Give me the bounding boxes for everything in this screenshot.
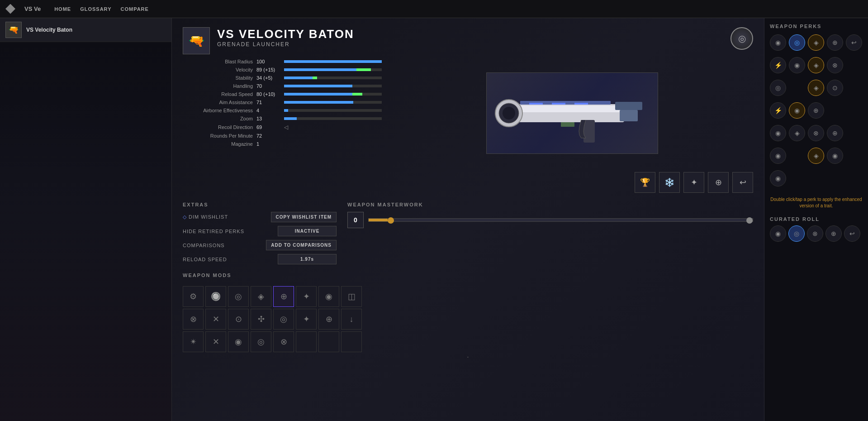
perk-4-2[interactable]: ◉ xyxy=(789,102,805,119)
masterwork-slider[interactable] xyxy=(368,218,753,222)
tracker-icon-hook[interactable]: ↩ xyxy=(732,172,753,193)
top-nav: VS Ve HOME GLOSSARY COMPARE xyxy=(0,0,868,18)
sidebar-background xyxy=(0,42,171,421)
perk-2-1[interactable]: ⚡ xyxy=(770,57,786,73)
perk-6-4[interactable]: ◉ xyxy=(827,148,843,164)
perk-1-5[interactable]: ↩ xyxy=(846,34,862,51)
stat-value-area: 4 xyxy=(256,108,382,113)
stat-label: Stability xyxy=(183,75,253,81)
recoil-arrow-icon: ◁ xyxy=(284,124,288,130)
perk-3-3[interactable]: ◈ xyxy=(808,80,824,96)
mod-slot-15[interactable]: ⊕ xyxy=(318,309,339,330)
svg-rect-6 xyxy=(620,110,638,121)
perk-3-1[interactable]: ◎ xyxy=(770,80,786,96)
mod-slot-24[interactable] xyxy=(341,331,362,352)
curated-perk-3[interactable]: ⊗ xyxy=(807,225,823,242)
stat-value-area: 70 xyxy=(256,83,382,89)
stat-num: 34 (+5) xyxy=(256,75,281,81)
mod-slot-10[interactable]: ✕ xyxy=(205,309,226,330)
mod-slot-11[interactable]: ⊙ xyxy=(228,309,249,330)
mod-slot-14[interactable]: ✦ xyxy=(296,309,317,330)
stat-bar xyxy=(284,93,382,96)
perk-1-3[interactable]: ◈ xyxy=(808,34,824,51)
app-logo[interactable] xyxy=(5,4,15,14)
sidebar-weapon-item[interactable]: 🔫 VS Velocity Baton xyxy=(0,18,171,42)
tracker-icon-crosshair[interactable]: ⊕ xyxy=(708,172,729,193)
stat-recoil: Recoil Direction 69 ◁ xyxy=(183,124,382,130)
mod-slot-8[interactable]: ◫ xyxy=(341,286,362,307)
tracker-icon-star[interactable]: ✦ xyxy=(683,172,704,193)
stat-label: Aim Assistance xyxy=(183,100,253,105)
perk-6-1[interactable]: ◉ xyxy=(770,148,786,164)
weapon-name: VS VELOCITY BATON xyxy=(217,27,723,41)
perk-5-1[interactable]: ◉ xyxy=(770,125,786,141)
perk-6-3[interactable]: ◈ xyxy=(808,148,824,164)
dot-indicator: • xyxy=(172,352,764,362)
weapon-area: Blast Radius 100 Velocity 89 (+15) xyxy=(172,59,764,167)
mod-slot-20[interactable]: ◎ xyxy=(251,331,271,352)
perk-7-1[interactable]: ◉ xyxy=(770,170,786,187)
mod-slot-17[interactable]: ✴ xyxy=(183,331,204,352)
stat-value-area: 100 xyxy=(256,59,382,64)
curated-perk-1[interactable]: ◉ xyxy=(770,225,786,242)
reload-speed-button[interactable]: 1.97s xyxy=(278,254,337,264)
tracker-icon-snowflake[interactable]: ❄️ xyxy=(659,172,680,193)
masterwork-level: 0 xyxy=(347,212,364,228)
perk-5-2[interactable]: ◈ xyxy=(789,125,805,141)
perk-1-1[interactable]: ◉ xyxy=(770,34,786,51)
mod-slot-2[interactable]: 🔘 xyxy=(205,286,226,307)
perk-4-3[interactable]: ⊕ xyxy=(808,102,824,119)
perk-3-4[interactable]: ⊙ xyxy=(827,80,843,96)
stat-blast-radius: Blast Radius 100 xyxy=(183,59,382,64)
weapon-type: GRENADE LAUNCHER xyxy=(217,41,723,48)
copy-wishlist-button[interactable]: COPY WISHLIST ITEM xyxy=(271,212,337,222)
perk-4-1[interactable]: ⚡ xyxy=(770,102,786,119)
tracker-row: 🏆 ❄️ ✦ ⊕ ↩ xyxy=(172,167,764,197)
mod-slot-13[interactable]: ◎ xyxy=(273,309,294,330)
mod-slot-22[interactable] xyxy=(296,331,317,352)
masterwork-thumb xyxy=(388,217,394,224)
nav-home[interactable]: HOME xyxy=(54,6,71,12)
extras-row-retired: HIDE RETIRED PERKS INACTIVE xyxy=(183,226,337,236)
mod-slot-19[interactable]: ◉ xyxy=(228,331,249,352)
mod-slot-6[interactable]: ✦ xyxy=(296,286,317,307)
mod-slot-12[interactable]: ✣ xyxy=(251,309,271,330)
nav-compare[interactable]: COMPARE xyxy=(120,6,148,12)
curated-perk-5[interactable]: ↩ xyxy=(844,225,860,242)
mod-slot-18[interactable]: ✕ xyxy=(205,331,226,352)
svg-rect-9 xyxy=(552,103,565,105)
perk-2-2[interactable]: ◉ xyxy=(789,57,805,73)
curated-perk-4[interactable]: ⊕ xyxy=(825,225,842,242)
mod-slot-23[interactable] xyxy=(318,331,339,352)
stat-num: 69 xyxy=(256,124,281,130)
nav-links: HOME GLOSSARY COMPARE xyxy=(54,6,149,12)
stat-label: Velocity xyxy=(183,67,253,72)
mod-slot-9[interactable]: ⊗ xyxy=(183,309,204,330)
diamond-icon: ◇ xyxy=(183,214,187,220)
svg-point-4 xyxy=(503,107,515,120)
perk-5-3[interactable]: ⊗ xyxy=(808,125,824,141)
nav-glossary[interactable]: GLOSSARY xyxy=(80,6,111,12)
perk-1-4[interactable]: ⊕ xyxy=(827,34,843,51)
mod-slot-3[interactable]: ◎ xyxy=(228,286,249,307)
inactive-button[interactable]: INACTIVE xyxy=(278,226,337,236)
stat-handling: Handling 70 xyxy=(183,83,382,89)
perks-row-3: ◎ ◈ ⊙ xyxy=(770,80,863,96)
perk-2-3[interactable]: ◈ xyxy=(808,57,824,73)
mod-slot-7[interactable]: ◉ xyxy=(318,286,339,307)
mod-slot-4[interactable]: ◈ xyxy=(251,286,271,307)
stat-bar xyxy=(284,117,382,120)
sidebar-bg-image xyxy=(0,42,171,421)
mod-slot-21[interactable]: ⊗ xyxy=(273,331,294,352)
perk-5-4[interactable]: ⊕ xyxy=(827,125,843,141)
stat-label: Zoom xyxy=(183,116,253,121)
perk-2-4[interactable]: ⊗ xyxy=(827,57,843,73)
stat-value-area: 69 ◁ xyxy=(256,124,382,130)
mod-slot-16[interactable]: ↓ xyxy=(341,309,362,330)
tracker-icon-trophy[interactable]: 🏆 xyxy=(635,172,655,193)
perk-1-2[interactable]: ◎ xyxy=(789,34,805,51)
mod-slot-5[interactable]: ⊕ xyxy=(273,286,294,307)
curated-perk-2[interactable]: ◎ xyxy=(788,225,805,242)
mod-slot-1[interactable]: ⚙ xyxy=(183,286,204,307)
add-to-comparisons-button[interactable]: ADD TO COMPARISONS xyxy=(266,240,337,250)
